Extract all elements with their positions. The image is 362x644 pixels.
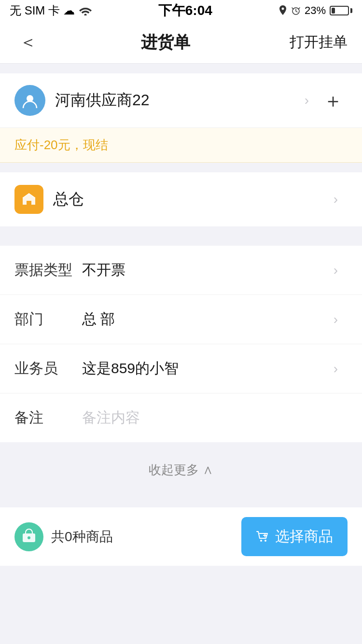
warehouse-row[interactable]: 总仓 › xyxy=(0,172,362,226)
remark-input[interactable]: 备注内容 xyxy=(82,408,348,428)
svg-rect-3 xyxy=(27,201,31,205)
warehouse-chevron-icon: › xyxy=(334,192,338,207)
section-gap-3 xyxy=(0,226,362,236)
wifi-icon xyxy=(79,6,92,15)
battery-percent: 23% xyxy=(305,4,326,17)
status-right: 23% xyxy=(278,4,352,17)
salesperson-value: 这是859的小智 xyxy=(82,359,334,378)
page-title: 进货单 xyxy=(141,31,190,54)
invoice-type-value: 不开票 xyxy=(82,260,334,280)
product-count: 共0种商品 xyxy=(51,528,113,546)
select-product-label: 选择商品 xyxy=(275,527,333,546)
status-time: 下午6:04 xyxy=(158,1,212,20)
content-area xyxy=(0,566,362,644)
supplier-name: 河南供应商22 xyxy=(55,90,305,111)
supplier-avatar xyxy=(14,85,45,116)
add-button[interactable]: ＋ xyxy=(319,87,348,114)
warehouse-section: 总仓 › xyxy=(0,172,362,226)
sim-label: 无 SIM 卡 ☁ xyxy=(10,3,75,18)
section-gap-1 xyxy=(0,64,362,73)
section-gap-2 xyxy=(0,163,362,172)
status-left: 无 SIM 卡 ☁ xyxy=(10,3,92,18)
product-icon xyxy=(14,522,43,551)
svg-point-0 xyxy=(84,14,86,16)
select-product-button[interactable]: 选择商品 xyxy=(241,517,348,556)
cart-icon xyxy=(256,530,269,544)
invoice-type-chevron-icon: › xyxy=(334,263,338,278)
collapse-bar[interactable]: 收起更多 ∧ xyxy=(0,452,362,488)
bottom-bar: 共0种商品 选择商品 xyxy=(0,507,362,566)
notice-bar: 应付-20元，现结 xyxy=(0,128,362,163)
section-gap-4 xyxy=(0,488,362,498)
location-icon xyxy=(278,5,287,16)
department-row[interactable]: 部门 总 部 › xyxy=(0,295,362,344)
supplier-section: 河南供应商22 › ＋ 应付-20元，现结 xyxy=(0,73,362,163)
supplier-chevron-icon: › xyxy=(305,93,309,108)
invoice-type-row[interactable]: 票据类型 不开票 › xyxy=(0,246,362,295)
back-button[interactable]: ＜ xyxy=(14,26,42,59)
alarm-icon xyxy=(291,6,301,15)
department-label: 部门 xyxy=(14,309,82,329)
status-bar: 无 SIM 卡 ☁ 下午6:04 23% xyxy=(0,0,362,21)
supplier-row[interactable]: 河南供应商22 › ＋ xyxy=(0,73,362,128)
nav-bar: ＜ 进货单 打开挂单 xyxy=(0,21,362,64)
salesperson-chevron-icon: › xyxy=(334,361,338,377)
svg-point-6 xyxy=(260,540,262,542)
notice-text: 应付-20元，现结 xyxy=(14,138,108,152)
salesperson-row[interactable]: 业务员 这是859的小智 › xyxy=(0,344,362,393)
warehouse-name: 总仓 xyxy=(53,189,334,210)
warehouse-icon xyxy=(14,185,43,214)
remark-label: 备注 xyxy=(14,408,82,428)
battery-icon xyxy=(330,6,352,15)
invoice-type-label: 票据类型 xyxy=(14,260,82,280)
open-pending-button[interactable]: 打开挂单 xyxy=(290,32,348,52)
svg-point-5 xyxy=(28,536,30,539)
product-summary: 共0种商品 xyxy=(14,522,232,551)
collapse-label: 收起更多 ∧ xyxy=(149,462,213,478)
department-chevron-icon: › xyxy=(334,312,338,327)
salesperson-label: 业务员 xyxy=(14,359,82,378)
svg-point-7 xyxy=(265,540,266,542)
remark-row[interactable]: 备注 备注内容 xyxy=(0,393,362,442)
form-section: 票据类型 不开票 › 部门 总 部 › 业务员 这是859的小智 › 备注 备注… xyxy=(0,246,362,442)
department-value: 总 部 xyxy=(82,309,334,329)
